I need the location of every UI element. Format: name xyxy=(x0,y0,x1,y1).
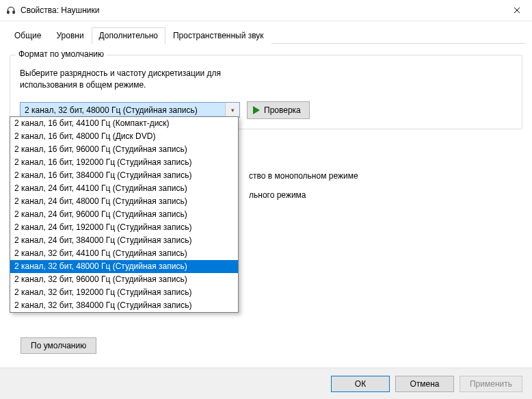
headphones-icon xyxy=(5,5,16,16)
window-title: Свойства: Наушники xyxy=(21,5,501,15)
desc-line-2: использования в общем режиме. xyxy=(20,79,512,91)
format-option[interactable]: 2 канал, 32 бит, 96000 Гц (Студийная зап… xyxy=(10,273,238,286)
format-option[interactable]: 2 канал, 16 бит, 192000 Гц (Студийная за… xyxy=(10,156,238,169)
exclusive-checkbox-2-trail: льного режима xyxy=(249,190,306,200)
format-option[interactable]: 2 канал, 32 бит, 48000 Гц (Студийная зап… xyxy=(10,260,238,273)
restore-defaults-button[interactable]: По умолчанию xyxy=(21,337,96,354)
tab-body: Формат по умолчанию Выберите разрядность… xyxy=(0,44,532,368)
dialog-footer: ОК Отмена Применить xyxy=(0,368,532,399)
tab-levels[interactable]: Уровни xyxy=(49,27,91,44)
test-button-label: Проверка xyxy=(264,105,301,115)
close-button[interactable] xyxy=(501,0,532,21)
apply-button[interactable]: Применить xyxy=(460,376,522,392)
ok-button[interactable]: ОК xyxy=(331,376,390,392)
format-option[interactable]: 2 канал, 24 бит, 96000 Гц (Студийная зап… xyxy=(10,208,238,221)
properties-window: Свойства: Наушники Общие Уровни Дополнит… xyxy=(0,0,532,399)
format-option[interactable]: 2 канал, 24 бит, 384000 Гц (Студийная за… xyxy=(10,234,238,247)
group-default-format-legend: Формат по умолчанию xyxy=(16,49,107,59)
test-button[interactable]: Проверка xyxy=(247,101,310,119)
format-option[interactable]: 2 канал, 24 бит, 48000 Гц (Студийная зап… xyxy=(10,195,238,208)
format-option[interactable]: 2 канал, 16 бит, 96000 Гц (Студийная зап… xyxy=(10,143,238,156)
format-dropdown-list[interactable]: 2 канал, 16 бит, 44100 Гц (Компакт-диск)… xyxy=(10,116,239,313)
format-option[interactable]: 2 канал, 16 бит, 48000 Гц (Диск DVD) xyxy=(10,130,238,143)
svg-rect-1 xyxy=(13,11,14,14)
format-option[interactable]: 2 канал, 32 бит, 44100 Гц (Студийная зап… xyxy=(10,247,238,260)
tabstrip: Общие Уровни Дополнительно Пространствен… xyxy=(0,21,532,43)
format-combobox[interactable]: 2 канал, 32 бит, 48000 Гц (Студийная зап… xyxy=(20,102,240,118)
desc-line-1: Выберите разрядность и частоту дискретиз… xyxy=(20,68,512,79)
defaults-row: По умолчанию xyxy=(21,337,96,354)
svg-marker-2 xyxy=(253,106,260,114)
format-option[interactable]: 2 канал, 32 бит, 192000 Гц (Студийная за… xyxy=(10,286,238,299)
format-option[interactable]: 2 канал, 24 бит, 44100 Гц (Студийная зап… xyxy=(10,182,238,195)
play-icon xyxy=(253,106,260,114)
tab-spatial[interactable]: Пространственный звук xyxy=(165,27,271,44)
tab-advanced[interactable]: Дополнительно xyxy=(92,27,165,44)
exclusive-checkbox-1-trail: ство в монопольном режиме xyxy=(249,171,358,181)
format-combobox-value: 2 канал, 32 бит, 48000 Гц (Студийная зап… xyxy=(21,103,225,117)
cancel-button[interactable]: Отмена xyxy=(395,376,454,392)
titlebar: Свойства: Наушники xyxy=(0,0,532,21)
svg-rect-0 xyxy=(8,11,9,14)
format-option[interactable]: 2 канал, 16 бит, 44100 Гц (Компакт-диск) xyxy=(10,117,238,130)
tab-general[interactable]: Общие xyxy=(7,27,49,44)
format-option[interactable]: 2 канал, 24 бит, 192000 Гц (Студийная за… xyxy=(10,221,238,234)
format-option[interactable]: 2 канал, 16 бит, 384000 Гц (Студийная за… xyxy=(10,169,238,182)
chevron-down-icon: ▾ xyxy=(225,103,239,117)
format-option[interactable]: 2 канал, 32 бит, 384000 Гц (Студийная за… xyxy=(10,299,238,312)
default-format-description: Выберите разрядность и частоту дискретиз… xyxy=(20,68,512,92)
